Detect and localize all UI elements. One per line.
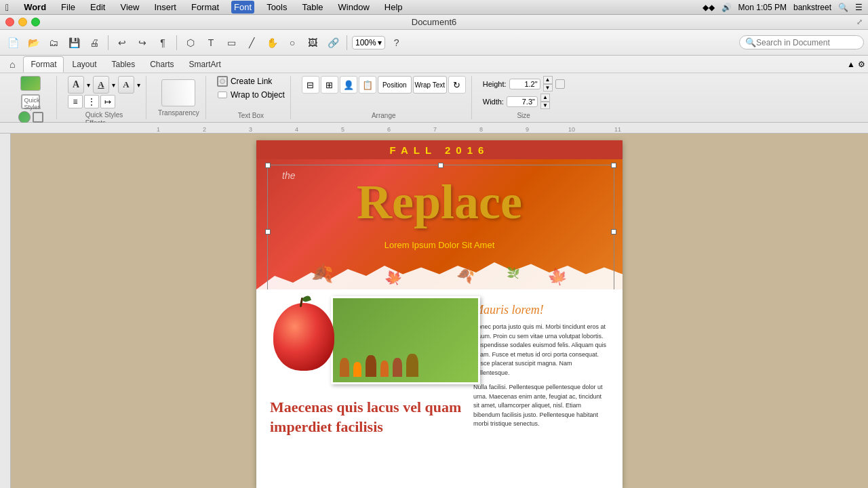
img-button[interactable]: 🖼: [304, 34, 321, 52]
doc-heading: Maecenas quis lacus vel quam imperdiet f…: [270, 398, 462, 436]
text-box-group: Create Link Wrap to Object Text Box: [212, 76, 291, 119]
undo-button[interactable]: ↩: [113, 34, 131, 52]
ribbon-tabs: ⌂ Format Layout Tables Charts SmartArt ▲…: [0, 56, 868, 73]
handle-top-right[interactable]: [611, 163, 616, 168]
photo-inner: [333, 298, 478, 382]
rotate-btn[interactable]: ↻: [448, 76, 466, 94]
zoom-dropdown-icon[interactable]: ▾: [378, 38, 382, 47]
distribute-btn[interactable]: ⊞: [321, 76, 338, 94]
tab-layout[interactable]: Layout: [65, 57, 103, 72]
font-style-btn[interactable]: A: [93, 76, 109, 94]
quick-styles-btn[interactable]: Quick Styles: [21, 94, 40, 109]
dropdown-icon2[interactable]: ▾: [112, 81, 115, 89]
toolbar: 📄 📂 🗂 💾 🖨 ↩ ↪ ¶ ⬡ T ▭ ╱ ✋ ○ 🖼 🔗 100% ▾ ?…: [0, 30, 868, 56]
menu-insert[interactable]: Insert: [151, 1, 179, 14]
lock-ratio-btn[interactable]: [555, 79, 565, 89]
menu-font[interactable]: Font: [231, 1, 254, 14]
expand-button[interactable]: ⤢: [856, 18, 863, 26]
template-button[interactable]: 🗂: [45, 34, 62, 52]
transparency-slider[interactable]: [161, 79, 195, 106]
redo-button[interactable]: ↪: [134, 34, 151, 52]
dropdown-icon[interactable]: ▾: [87, 81, 90, 89]
ruler-mark-4: 4: [254, 126, 300, 133]
search-input[interactable]: [756, 38, 858, 47]
search-icon[interactable]: 🔍: [838, 3, 848, 12]
ribbon-options-button[interactable]: ⚙: [858, 60, 865, 69]
document-page: FALL 2016 the Replace Lorem Ipsum Dolor …: [256, 140, 623, 488]
line-button[interactable]: ╱: [243, 34, 260, 52]
shape-styles-content: Quick Styles: [18, 76, 43, 123]
draw-button[interactable]: ✋: [263, 34, 281, 52]
handle-top-middle[interactable]: [438, 163, 443, 168]
dropdown-icon3[interactable]: ▾: [137, 81, 140, 89]
quick-styles-label[interactable]: Quick Styles: [85, 111, 123, 119]
shape-style-green[interactable]: [20, 76, 41, 91]
handle-top-left[interactable]: [265, 163, 271, 168]
menu-view[interactable]: View: [117, 1, 142, 14]
width-input[interactable]: [507, 96, 538, 107]
select-button[interactable]: ⬡: [182, 34, 199, 52]
header-main-text[interactable]: Replace: [357, 174, 522, 230]
menu-table[interactable]: Table: [299, 1, 326, 14]
leaves-decoration: 🍂 🍁 🍂 🍁 🌿: [256, 245, 623, 289]
shape-button[interactable]: ▭: [222, 34, 240, 52]
tab-tables[interactable]: Tables: [105, 57, 142, 72]
wrap-text-btn[interactable]: Wrap Text: [413, 76, 447, 94]
width-label: Width:: [483, 98, 504, 106]
minimize-button[interactable]: [18, 18, 27, 26]
arrange-content: ⊟ ⊞ 👤 📋 Position Wrap Text ↻: [302, 76, 466, 109]
photo-people: [340, 354, 418, 377]
apple-menu[interactable]: : [5, 2, 9, 13]
save-button[interactable]: 💾: [65, 34, 83, 52]
arrange-btn[interactable]: 📋: [359, 76, 376, 94]
menu-format[interactable]: Format: [189, 1, 222, 14]
person-btn[interactable]: 👤: [340, 76, 357, 94]
sep1: [108, 35, 108, 50]
tab-format[interactable]: Format: [23, 56, 64, 73]
font-effect-btn[interactable]: A: [118, 76, 134, 94]
menu-file[interactable]: File: [58, 1, 78, 14]
sep3: [347, 35, 347, 50]
print-button[interactable]: 🖨: [85, 34, 103, 52]
height-stepper[interactable]: ▲ ▼: [543, 76, 553, 92]
align-left-btn[interactable]: ≡: [68, 95, 83, 108]
width-stepper[interactable]: ▲ ▼: [540, 94, 550, 109]
zoom-control[interactable]: 100% ▾: [352, 36, 385, 49]
handle-middle-left[interactable]: [265, 229, 271, 235]
tab-home[interactable]: ⌂: [3, 56, 22, 73]
doc-header-top: FALL 2016: [256, 140, 623, 159]
position-btn[interactable]: Position: [378, 76, 412, 94]
menu-tools[interactable]: Tools: [264, 1, 290, 14]
tab-charts[interactable]: Charts: [143, 57, 180, 72]
create-link-btn[interactable]: Create Link: [231, 77, 272, 86]
color-circle-1[interactable]: [18, 111, 31, 123]
font-color-btn[interactable]: A: [68, 76, 84, 94]
wrap-to-object-btn[interactable]: Wrap to Object: [231, 90, 285, 100]
user-name: bankstreet: [793, 3, 831, 12]
text-box-button[interactable]: T: [202, 34, 220, 52]
new-doc-button[interactable]: 📄: [4, 34, 22, 52]
tab-smartart[interactable]: SmartArt: [182, 57, 228, 72]
align-btn[interactable]: ⊟: [302, 76, 319, 94]
height-input[interactable]: [509, 79, 540, 89]
maximize-button[interactable]: [31, 18, 40, 26]
photo-frame: [331, 296, 480, 384]
open-button[interactable]: 📂: [24, 34, 42, 52]
special-char-button[interactable]: ¶: [154, 34, 172, 52]
menu-edit[interactable]: Edit: [87, 1, 108, 14]
link-button[interactable]: 🔗: [324, 34, 342, 52]
column-btn[interactable]: ⋮: [84, 95, 99, 108]
ribbon-collapse-button[interactable]: ▲: [847, 60, 855, 69]
menu-word[interactable]: Word: [21, 1, 49, 14]
menu-window[interactable]: Window: [336, 1, 372, 14]
indent-btn[interactable]: ↦: [100, 95, 115, 108]
text-styles-group: A ▾ A ▾ A ▾ ≡ ⋮ ↦: [62, 76, 146, 119]
help-button[interactable]: ?: [388, 34, 406, 52]
circle-button[interactable]: ○: [283, 34, 301, 52]
canvas-area[interactable]: FALL 2016 the Replace Lorem Ipsum Dolor …: [11, 134, 868, 488]
menu-extras: ◆◆: [703, 3, 715, 12]
close-button[interactable]: [5, 18, 14, 26]
border-style-btn[interactable]: [33, 112, 43, 123]
handle-middle-right[interactable]: [611, 229, 616, 235]
menu-help[interactable]: Help: [382, 1, 406, 14]
